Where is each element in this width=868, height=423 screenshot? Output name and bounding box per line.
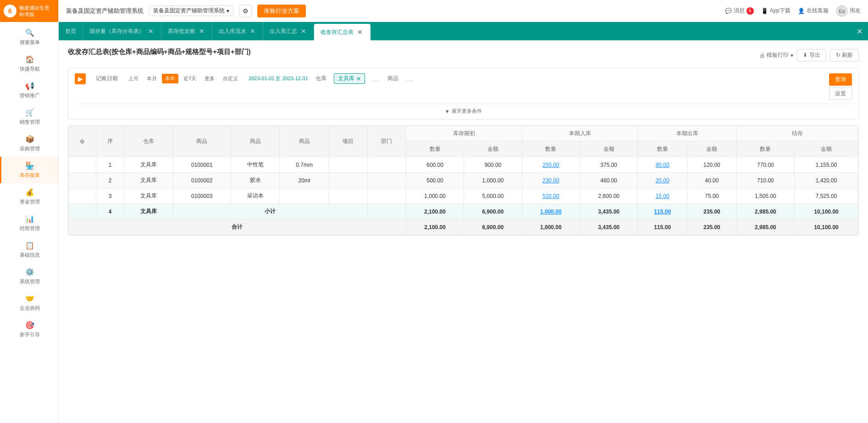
sidebar-item-operations[interactable]: 📊 经营管理 xyxy=(0,210,58,236)
tab-close-button[interactable]: ✕ xyxy=(356,29,364,35)
out-qty-link[interactable]: 15.00 xyxy=(656,193,669,199)
notification-label: 消息 xyxy=(734,7,745,15)
query-button[interactable]: 查询 xyxy=(829,73,852,86)
tab-batch-ledger[interactable]: 库存批次账 ✕ xyxy=(161,22,212,40)
expand-label: 展开更多条件 xyxy=(452,108,482,115)
footer-out-qty: 115.00 xyxy=(638,220,687,235)
tab-close-button[interactable]: ✕ xyxy=(198,28,205,34)
sidebar-item-label: 营销推广 xyxy=(20,92,40,99)
col-closing-qty-header: 数量 xyxy=(736,142,794,157)
out-qty-link[interactable]: 20.00 xyxy=(656,177,669,184)
sidebar-item-guide[interactable]: 🎯 新手引导 xyxy=(0,316,58,343)
warehouse-tag-close[interactable]: ✕ xyxy=(356,76,361,82)
row-out-qty[interactable]: 80.00 xyxy=(638,157,687,173)
sidebar-item-system[interactable]: ⚙️ 系统管理 xyxy=(0,263,58,290)
row-opening-amt: 900.00 xyxy=(464,157,522,173)
sidebar-item-search[interactable]: 🔍 搜索菜单 xyxy=(0,24,58,50)
online-service-action[interactable]: 👤 在线客服 xyxy=(798,7,829,15)
tab-close-button[interactable]: ✕ xyxy=(300,28,307,34)
inventory-icon: 🏪 xyxy=(25,161,34,170)
row-spacer xyxy=(69,188,96,204)
filter-toggle-button[interactable]: ▶ xyxy=(75,73,86,84)
tab-inout-flow[interactable]: 出入库流水 ✕ xyxy=(212,22,263,40)
footer-in-qty: 1,000.00 xyxy=(522,220,580,235)
sidebar-item-label: 新手引导 xyxy=(20,331,40,338)
subtotal-out-qty-link[interactable]: 115.00 xyxy=(654,209,671,215)
date-btn-prev-month[interactable]: 上月 xyxy=(125,74,142,83)
date-btn-custom[interactable]: 自定义 xyxy=(220,74,241,83)
subtotal-in-qty-link[interactable]: 1,000.00 xyxy=(540,209,562,215)
page-content: 收发存汇总表(按仓库+商品编码+商品+规格型号+项目+部门) 🖨 模板打印 ▾ … xyxy=(59,40,868,423)
sidebar-item-inventory[interactable]: 🏪 库存核算 xyxy=(0,157,58,183)
expand-conditions-button[interactable]: ▼ 展开更多条件 xyxy=(75,108,852,115)
col-gear[interactable]: ⚙ xyxy=(69,126,96,157)
in-qty-link[interactable]: 250.00 xyxy=(542,162,559,168)
sidebar-item-sales[interactable]: 🛒 销售管理 xyxy=(0,104,58,130)
row-spacer xyxy=(69,173,96,188)
date-shortcuts: 上月 本月 本年 近7天 更多 自定义 xyxy=(125,74,241,83)
notification-action[interactable]: 💬 消息 6 xyxy=(725,7,754,15)
warehouse-more[interactable]: ... xyxy=(372,75,381,82)
page-title: 收发存汇总表(按仓库+商品编码+商品+规格型号+项目+部门) xyxy=(68,48,251,56)
row-closing-amt: 7,525.00 xyxy=(795,188,858,204)
row-out-qty[interactable]: 15.00 xyxy=(638,188,687,204)
template-print-button[interactable]: 🖨 模板打印 ▾ xyxy=(759,51,793,59)
sidebar-item-basic-info[interactable]: 📋 基础信息 xyxy=(0,236,58,263)
date-btn-7days[interactable]: 近7天 xyxy=(180,74,199,83)
avatar: Ea xyxy=(836,5,848,17)
row-out-qty[interactable]: 20.00 xyxy=(638,173,687,188)
tab-close-button[interactable]: ✕ xyxy=(249,28,256,34)
sidebar-item-enterprise[interactable]: 🤝 企业协同 xyxy=(0,290,58,316)
subtotal-in-qty[interactable]: 1,000.00 xyxy=(522,204,580,220)
date-btn-more[interactable]: 更多 xyxy=(201,74,218,83)
subtotal-label: 小计 xyxy=(173,204,367,220)
tab-inventory-dist[interactable]: 现存量（库存分布表） ✕ xyxy=(83,22,161,40)
row-goods-name: 采访本 xyxy=(231,188,280,204)
sidebar-item-finance[interactable]: 💰 资金管理 xyxy=(0,183,58,210)
in-qty-link[interactable]: 520.00 xyxy=(542,193,559,199)
date-btn-this-month[interactable]: 本月 xyxy=(144,74,160,83)
system-select[interactable]: 装备及固定资产辅助管理系统 ▾ xyxy=(149,5,233,16)
tab-recv-send-summary[interactable]: 收发存汇总表 ✕ xyxy=(314,24,370,40)
chevron-down-icon: ▾ xyxy=(791,52,793,59)
refresh-button[interactable]: ↻ 刷新 xyxy=(830,49,859,61)
date-btn-this-year[interactable]: 本年 xyxy=(162,74,178,83)
row-in-qty[interactable]: 230.00 xyxy=(522,173,580,188)
row-goods-code: 0100002 xyxy=(173,173,231,188)
user-action[interactable]: Ea 用友 xyxy=(836,5,861,17)
col-closing-header: 结存 xyxy=(736,126,858,142)
settings-button[interactable]: 设置 xyxy=(829,88,852,100)
date-range: 2023-01-01 至 2023-12-31 xyxy=(249,75,308,82)
gear-button[interactable]: ⚙ xyxy=(239,5,252,17)
in-qty-link[interactable]: 230.00 xyxy=(542,177,559,184)
footer-opening-amt: 6,900.00 xyxy=(464,220,522,235)
sidebar-item-purchase[interactable]: 📦 采购管理 xyxy=(0,130,58,157)
export-button[interactable]: ⬇ 导出 xyxy=(797,49,826,61)
row-in-qty[interactable]: 520.00 xyxy=(522,188,580,204)
row-in-qty[interactable]: 250.00 xyxy=(522,157,580,173)
subtotal-out-qty[interactable]: 115.00 xyxy=(638,204,687,220)
footer-out-amt: 235.00 xyxy=(687,220,737,235)
row-no: 3 xyxy=(96,188,124,204)
sidebar-item-quick-nav[interactable]: 🏠 快捷导航 xyxy=(0,50,58,77)
table-row: 3 文具库 0100003 采访本 1,000.00 5,000.00 520.… xyxy=(69,188,858,204)
goods-more[interactable]: ... xyxy=(406,75,414,82)
tab-bar-close-button[interactable]: ✕ xyxy=(851,27,868,36)
row-warehouse: 文具库 xyxy=(124,173,173,188)
tab-inout-summary[interactable]: 出入库汇总 ✕ xyxy=(263,22,314,40)
try-button[interactable]: 体验行业方案 xyxy=(257,5,306,17)
sidebar-item-label: 系统管理 xyxy=(20,278,40,285)
row-closing-amt: 1,420.00 xyxy=(795,173,858,188)
data-table: ⚙ 序 仓库 商品 商品 商品 项目 部门 库存期初 本期入库 本期出库 xyxy=(68,126,858,235)
tab-home[interactable]: 首页 xyxy=(59,22,83,40)
tab-close-button[interactable]: ✕ xyxy=(147,28,155,34)
sidebar-item-marketing[interactable]: 📢 营销推广 xyxy=(0,77,58,104)
table-gear-icon: ⚙ xyxy=(80,138,85,145)
service-icon: 👤 xyxy=(798,8,805,14)
chevron-down-icon: ▾ xyxy=(227,8,229,14)
out-qty-link[interactable]: 80.00 xyxy=(656,162,669,168)
settings-icon: ⚙ xyxy=(243,7,249,15)
app-download-action[interactable]: 📱 App下载 xyxy=(761,7,791,15)
col-no-header: 序 xyxy=(96,126,124,157)
tab-label: 出入库流水 xyxy=(219,27,246,35)
